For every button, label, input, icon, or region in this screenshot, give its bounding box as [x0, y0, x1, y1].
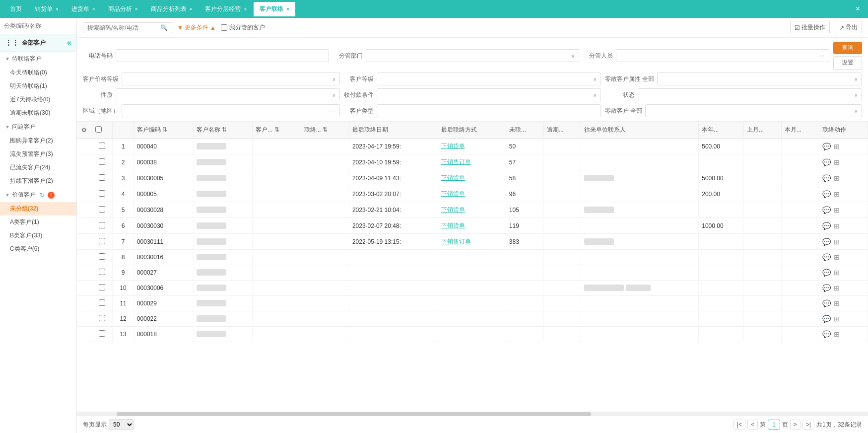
action-message-icon[interactable]: 💬: [822, 174, 831, 182]
section-value-customers[interactable]: ▼ 价值客户 ↻ !: [0, 188, 76, 202]
action-message-icon[interactable]: 💬: [822, 206, 831, 214]
action-grid-icon[interactable]: ⊞: [834, 238, 840, 246]
td-checkbox[interactable]: [92, 296, 113, 311]
sidebar-item-class-a[interactable]: A类客户(1): [0, 216, 76, 229]
td-checkbox[interactable]: [92, 139, 113, 154]
row-checkbox[interactable]: [99, 222, 105, 228]
last-way-link[interactable]: 下销货单: [441, 174, 465, 181]
col-overdue[interactable]: 逾期...: [543, 122, 581, 139]
action-message-icon[interactable]: 💬: [822, 238, 831, 246]
sidebar-item-today[interactable]: 今天待联络(0): [0, 66, 76, 79]
col-this-year[interactable]: 本年...: [699, 122, 744, 139]
page-prev-btn[interactable]: <: [747, 420, 758, 430]
phone-input[interactable]: [116, 49, 329, 62]
my-customers-check[interactable]: [221, 24, 227, 31]
sidebar-item-churned[interactable]: 已流失客户(24): [0, 161, 76, 174]
sidebar-search-input[interactable]: [4, 22, 77, 29]
nav-sales[interactable]: 销货单 ×: [29, 2, 65, 16]
row-checkbox[interactable]: [99, 253, 105, 260]
filter-search-icon[interactable]: 🔍: [160, 24, 168, 31]
system-close-btn[interactable]: ×: [852, 2, 864, 15]
row-checkbox[interactable]: [99, 190, 105, 197]
horizontal-scrollbar[interactable]: [77, 412, 868, 416]
action-grid-icon[interactable]: ⊞: [834, 222, 840, 230]
sidebar-item-overdue[interactable]: 逾期未联络(30): [0, 106, 76, 120]
td-checkbox[interactable]: [92, 234, 113, 250]
row-checkbox[interactable]: [99, 269, 105, 275]
action-grid-icon[interactable]: ⊞: [834, 206, 840, 214]
nature-input[interactable]: ∨: [116, 88, 340, 101]
action-grid-icon[interactable]: ⊞: [834, 190, 840, 198]
row-checkbox[interactable]: [99, 238, 105, 244]
sidebar-collapse-btn[interactable]: «: [67, 38, 71, 47]
nav-customer-tier[interactable]: 客户分层经营 ×: [199, 2, 253, 16]
sidebar-item-class-c[interactable]: C类客户(6): [0, 242, 76, 256]
close-purchase-icon[interactable]: ×: [92, 6, 95, 12]
scrollbar-thumb[interactable]: [117, 412, 591, 416]
close-analysis-list-icon[interactable]: ×: [190, 6, 193, 12]
adv-reset-btn[interactable]: 设置: [833, 56, 862, 70]
action-grid-icon[interactable]: ⊞: [834, 299, 840, 307]
td-checkbox[interactable]: [92, 154, 113, 170]
col-this-month[interactable]: 本月...: [781, 122, 819, 139]
more-conditions-btn[interactable]: ▼ 更多条件 ▲: [177, 23, 216, 32]
col-code[interactable]: 客户编码 ⇅: [134, 122, 193, 139]
col-type[interactable]: 客户... ⇅: [253, 122, 301, 139]
row-checkbox[interactable]: [99, 330, 105, 337]
batch-op-btn[interactable]: ☑ 批量操作: [790, 21, 830, 34]
row-checkbox[interactable]: [99, 158, 105, 165]
section-pending-contact[interactable]: ▼ 待联络客户: [0, 52, 76, 66]
nav-home[interactable]: 首页: [4, 2, 28, 16]
td-checkbox[interactable]: [92, 186, 113, 202]
action-grid-icon[interactable]: ⊞: [834, 143, 840, 150]
sidebar-item-7days[interactable]: 近7天待联络(0): [0, 93, 76, 106]
td-checkbox[interactable]: [92, 250, 113, 265]
close-sales-icon[interactable]: ×: [56, 6, 59, 12]
section-problem-customers[interactable]: ▼ 问题客户: [0, 120, 76, 134]
td-checkbox[interactable]: [92, 170, 113, 186]
per-page-select[interactable]: 50 20 100: [109, 419, 134, 430]
last-way-link[interactable]: 下销售订单: [441, 158, 471, 165]
col-checkbox-header[interactable]: [92, 122, 113, 139]
col-last-month[interactable]: 上月...: [744, 122, 782, 139]
dept-input[interactable]: ∨: [366, 49, 579, 62]
col-name[interactable]: 客户名称 ⇅: [193, 122, 253, 139]
action-message-icon[interactable]: 💬: [822, 143, 831, 150]
action-grid-icon[interactable]: ⊞: [834, 315, 840, 323]
region-input[interactable]: ···: [122, 104, 340, 117]
td-checkbox[interactable]: [92, 265, 113, 281]
row-checkbox[interactable]: [99, 143, 105, 149]
td-checkbox[interactable]: [92, 327, 113, 342]
action-grid-icon[interactable]: ⊞: [834, 253, 840, 261]
adv-search-btn[interactable]: 查询: [833, 42, 862, 54]
col-contact-person[interactable]: 往来单位联系人: [581, 122, 699, 139]
retail-attr-input[interactable]: ∨: [657, 72, 862, 85]
my-customers-checkbox[interactable]: 我分管的客户: [221, 23, 265, 32]
action-message-icon[interactable]: 💬: [822, 284, 831, 292]
row-checkbox[interactable]: [99, 206, 105, 213]
action-grid-icon[interactable]: ⊞: [834, 284, 840, 292]
select-all-checkbox[interactable]: [95, 126, 102, 133]
last-way-link[interactable]: 下销货单: [441, 222, 465, 229]
col-not-contacted[interactable]: 未联...: [506, 122, 543, 139]
person-input[interactable]: ···: [616, 49, 829, 62]
row-checkbox[interactable]: [99, 299, 105, 306]
col-contact[interactable]: 联络... ⇅: [301, 122, 349, 139]
status-input[interactable]: ∨: [638, 88, 862, 101]
nav-analysis-list[interactable]: 商品分析列表 ×: [145, 2, 199, 16]
price-level-input[interactable]: ∨: [122, 72, 340, 85]
row-checkbox[interactable]: [99, 284, 105, 290]
cust-type-input[interactable]: [377, 104, 601, 117]
close-customer-tier-icon[interactable]: ×: [244, 6, 247, 12]
row-checkbox[interactable]: [99, 174, 105, 181]
sidebar-item-class-b[interactable]: B类客户(33): [0, 229, 76, 242]
td-checkbox[interactable]: [92, 281, 113, 296]
action-grid-icon[interactable]: ⊞: [834, 269, 840, 277]
page-last-btn[interactable]: >|: [802, 420, 814, 430]
retail-input[interactable]: ∨: [645, 104, 862, 117]
last-way-link[interactable]: 下销货单: [441, 143, 465, 149]
page-first-btn[interactable]: |<: [734, 420, 745, 430]
sidebar-item-churn-warning[interactable]: 流失预警客户(3): [0, 147, 76, 161]
sidebar-all-customers[interactable]: ⋮⋮ 全部客户 «: [0, 34, 76, 52]
td-checkbox[interactable]: [92, 218, 113, 234]
